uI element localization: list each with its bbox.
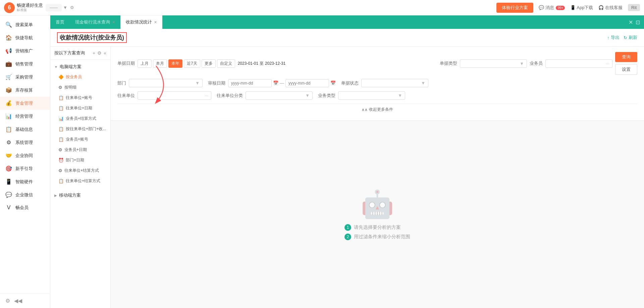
sidebar-item-label-quicknav: 快捷导航: [15, 35, 33, 41]
tab-close-all-icon[interactable]: ✕: [629, 19, 633, 25]
query-button[interactable]: 查询: [615, 52, 637, 62]
user-avatar[interactable]: Rit: [628, 4, 640, 11]
date-btn-last-month[interactable]: 上月: [138, 59, 152, 68]
sidebar-settings-icon[interactable]: ⚙: [5, 298, 10, 304]
biz-type-dropdown-icon: ▼: [398, 93, 402, 98]
partner-category-select[interactable]: ▼: [246, 91, 313, 100]
sidebar-item-quicknav[interactable]: 🏠 快捷导航: [0, 31, 50, 44]
scheme-item-by_detail[interactable]: ⚙ 按明细: [50, 82, 110, 93]
scheme-item-label-by_salesman: 按业务员: [66, 74, 82, 80]
sidebar-item-label-inventory: 库存核算: [15, 87, 33, 93]
collapse-arrow-icon: ∧∧: [362, 107, 368, 112]
doc-type-select[interactable]: ▼: [460, 59, 527, 68]
tab-maximize-icon[interactable]: ⊡: [636, 19, 640, 25]
date-btn-more[interactable]: 更多: [202, 59, 216, 68]
scheme-collapse-button[interactable]: «: [104, 50, 106, 56]
nav-path: ——: [46, 4, 62, 11]
tab-bank[interactable]: 现金银行流水查询 ✕: [70, 15, 120, 29]
review-date-to[interactable]: [285, 79, 329, 87]
biz-type-select[interactable]: ▼: [338, 91, 405, 100]
sidebar-item-label-purchase: 采购管理: [15, 74, 33, 80]
scheme-item-by_salesman[interactable]: 🔶 按业务员: [50, 72, 110, 82]
scheme-group-mobile: ▶ 移动端方案: [50, 188, 110, 202]
dept-select[interactable]: ▼: [129, 79, 203, 87]
operations-icon: 📊: [5, 113, 12, 119]
wechat-icon: 💬: [5, 192, 12, 198]
dept-dropdown-icon: ▼: [195, 81, 200, 86]
scheme-add-button[interactable]: +: [93, 50, 95, 56]
empty-step-2: 2 用过滤条件来缩小分析范围: [344, 234, 410, 240]
partner-category-condition: 往来单位分类 ▼: [217, 91, 313, 100]
scheme-group-mobile-header[interactable]: ▶ 移动端方案: [50, 190, 110, 200]
sidebar-item-marketing[interactable]: 📢 营销推广: [0, 44, 50, 57]
export-icon: ↑: [607, 35, 610, 40]
empty-illustration: 🤖: [361, 189, 394, 220]
tab-home[interactable]: 首页: [50, 15, 70, 29]
sidebar-item-label-enterprise: 企业协同: [15, 153, 33, 159]
scheme-item-partner_settlement1[interactable]: ⚙ 往来单位+结算方式: [50, 165, 110, 176]
refresh-button[interactable]: ↻ 刷新: [624, 35, 637, 41]
scheme-item-partner_date[interactable]: 📋 往来单位+日期: [50, 103, 110, 113]
scheme-group-desktop-header[interactable]: ▼ 电脑端方案: [50, 62, 110, 72]
messages-icon[interactable]: 💬 消息 99+: [539, 5, 565, 11]
dept-label: 部门: [117, 80, 126, 86]
doc-status-select[interactable]: ▼: [361, 79, 428, 87]
scheme-item-label-partner_account: 往来单位+账号: [66, 95, 92, 101]
date-range-display: 2023-01-01 至 2023-12-31: [238, 61, 286, 66]
collapse-bar[interactable]: ∧∧ 收起更多条件: [117, 104, 637, 115]
sidebar-item-enterprise[interactable]: 🤝 企业协同: [0, 149, 50, 162]
sidebar-item-basic[interactable]: 📋 基础信息: [0, 123, 50, 136]
partner-select[interactable]: ···: [138, 91, 211, 100]
review-date-from[interactable]: [228, 79, 272, 87]
sidebar-item-hardware[interactable]: 📱 智能硬件: [0, 175, 50, 188]
sidebar-item-inventory[interactable]: 📦 库存核算: [0, 84, 50, 97]
date-btn-custom[interactable]: 自定义: [217, 59, 235, 68]
date-btn-this-month[interactable]: 本月: [153, 59, 167, 68]
tab-bank-close[interactable]: ✕: [112, 20, 115, 24]
sidebar-item-operations[interactable]: 📊 经营管理: [0, 110, 50, 123]
marketing-icon: 📢: [5, 48, 12, 54]
trial-button[interactable]: 体验行业方案: [496, 3, 533, 13]
scheme-item-salesman_settlement[interactable]: 📊 业务员+结算方式: [50, 113, 110, 124]
salesman-select[interactable]: ···: [545, 59, 612, 68]
date-btn-7days[interactable]: 近7天: [184, 59, 200, 68]
scheme-item-partner_account[interactable]: 📋 往来单位+账号: [50, 93, 110, 103]
settings-button[interactable]: 设置: [615, 64, 637, 75]
desktop-group-label: 电脑端方案: [60, 64, 82, 70]
sidebar-item-wechat[interactable]: 💬 企业微信: [0, 188, 50, 201]
dept-condition: 部门 ▼: [117, 79, 203, 87]
sidebar-item-sales[interactable]: 💼 销售管理: [0, 57, 50, 70]
scheme-item-label-partner_settlement2: 往来单位+结算方式: [66, 178, 100, 184]
quicknav-icon: 🏠: [5, 35, 12, 41]
sidebar-item-purchase[interactable]: 🛒 采购管理: [0, 70, 50, 84]
scheme-item-salesman_date[interactable]: ⚙ 业务员+日期: [50, 145, 110, 155]
sidebar-item-system[interactable]: ⚙ 系统管理: [0, 136, 50, 149]
export-button[interactable]: ↑ 导出: [607, 35, 620, 41]
tab-receipts-close[interactable]: ✕: [154, 20, 157, 24]
sidebar-item-label-hardware: 智能硬件: [15, 179, 33, 185]
cal-icon-from[interactable]: 📅: [273, 81, 278, 86]
sales-icon: 💼: [5, 61, 12, 67]
scheme-item-partner_dept_collect[interactable]: 📋 按往来单位+部门+收...: [50, 124, 110, 134]
topbar-settings-icon[interactable]: ⚙: [70, 5, 74, 10]
date-btn-this-year[interactable]: 本年: [168, 59, 182, 68]
sidebar-item-guide[interactable]: 🎯 新手引导: [0, 162, 50, 175]
main-wrapper: 首页 现金银行流水查询 ✕ 收款情况统计 ✕ ✕ ⊡ 收款情况统计(按业务员): [50, 15, 644, 308]
online-service-link[interactable]: 🎧 在线客服: [598, 5, 623, 11]
sidebar-item-member[interactable]: V 畅会员: [0, 201, 50, 214]
sidebar-item-search[interactable]: 🔍 搜索菜单: [0, 18, 50, 31]
scheme-item-dept_date[interactable]: ⏰ 部门+日期: [50, 155, 110, 165]
cal-icon-to[interactable]: 📅: [330, 81, 336, 86]
query-conditions: 单据日期 上月 本月 本年 近7天 更多 自定义: [111, 47, 644, 121]
scheme-item-salesman_account[interactable]: 📋 业务员+账号: [50, 134, 110, 145]
app-download-link[interactable]: 📱 App下载: [570, 5, 593, 11]
scheme-settings-button[interactable]: ⚙: [97, 50, 102, 56]
sidebar-collapse-icon[interactable]: ◀◀: [14, 298, 22, 304]
condition-row-2: 部门 ▼ 审核日期 📅: [117, 79, 637, 87]
sidebar-item-finance[interactable]: 💰 资金管理: [0, 97, 50, 110]
nav-dropdown-icon[interactable]: ▼: [63, 5, 67, 10]
scheme-item-partner_settlement2[interactable]: 📋 往来单位+结算方式: [50, 176, 110, 186]
tab-receipts[interactable]: 收款情况统计 ✕: [120, 15, 162, 29]
scheme-group-desktop: ▼ 电脑端方案 🔶 按业务员 ⚙ 按明细 📋 往来单位+账号 📋 往来单位+日期…: [50, 60, 110, 188]
logo-edition: 标准版: [17, 8, 43, 12]
